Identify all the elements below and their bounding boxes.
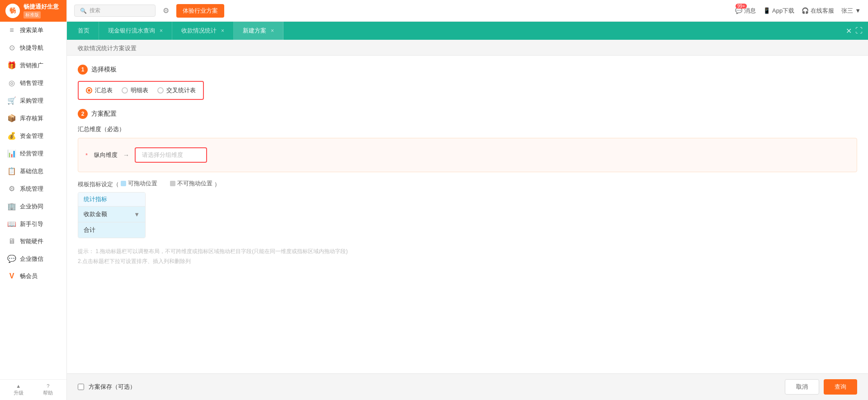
query-button[interactable]: 查询	[824, 379, 857, 395]
save-plan-checkbox[interactable]	[78, 384, 84, 390]
marketing-icon: 🎁	[7, 61, 16, 70]
sidebar-item-label: 销售管理	[20, 79, 43, 87]
help-btn[interactable]: ?帮助	[35, 383, 61, 396]
sidebar-item-label: 经营管理	[20, 150, 43, 158]
step1-title: 选择模板	[91, 66, 117, 74]
sidebar-item-finance[interactable]: 💰 资金管理	[0, 127, 66, 145]
topbar: 🔍 搜索 ⚙ 体验行业方案 💬 99+ 消息 📱 App下载 🎧 在线客服	[67, 0, 868, 22]
tab-new-plan-label: 新建方案	[243, 27, 266, 35]
radio-detail[interactable]: 明细表	[122, 86, 148, 94]
sidebar-item-label: 采购管理	[20, 97, 43, 105]
quick-nav-icon: ⊙	[7, 43, 16, 52]
sidebar-item-label: 新手引导	[20, 220, 43, 228]
step1-number: 1	[78, 65, 88, 75]
tab-new-plan[interactable]: 新建方案 ×	[234, 22, 283, 40]
sidebar-item-label: 企业微信	[20, 255, 43, 263]
sidebar-item-member[interactable]: V 畅会员	[0, 268, 66, 285]
tab-cash-query[interactable]: 现金银行流水查询 ×	[99, 22, 172, 40]
content-area: 收款情况统计方案设置 1 选择模板 汇总表	[67, 40, 868, 400]
sidebar-item-search-menu[interactable]: ≡ 搜索菜单	[0, 22, 66, 39]
tab-receipt-stats[interactable]: 收款情况统计 ×	[172, 22, 234, 40]
support-label: 在线客服	[811, 7, 834, 15]
sales-icon: ◎	[7, 79, 16, 87]
finance-icon: 💰	[7, 132, 16, 140]
member-icon: V	[7, 272, 16, 280]
tab-new-plan-close-icon[interactable]: ×	[271, 28, 274, 34]
enterprise-icon: 🏢	[7, 202, 16, 211]
sidebar-nav: ≡ 搜索菜单 ⊙ 快捷导航 🎁 营销推广 ◎ 销售管理 🛒 采购管理 📦 库存核…	[0, 22, 66, 379]
download-label: App下载	[772, 7, 794, 15]
user-chevron-icon: ▼	[855, 7, 861, 14]
radio-detail-btn[interactable]	[122, 87, 128, 94]
hardware-icon: 🖥	[7, 237, 16, 245]
user-item[interactable]: 张三 ▼	[841, 7, 861, 15]
sidebar-item-guide[interactable]: 📖 新手引导	[0, 215, 66, 233]
fixed-dot	[170, 181, 175, 186]
sidebar-item-marketing[interactable]: 🎁 营销推广	[0, 56, 66, 74]
sidebar-bottom: ▲升级 ?帮助	[0, 379, 66, 400]
radio-cross[interactable]: 交叉统计表	[157, 86, 196, 94]
sidebar-item-label: 系统管理	[20, 185, 43, 193]
metrics-cell-total-text: 合计	[84, 226, 95, 234]
save-plan-label: 方案保存（可选）	[89, 383, 136, 391]
tab-cash-query-close-icon[interactable]: ×	[160, 28, 163, 34]
trial-button[interactable]: 体验行业方案	[176, 4, 224, 18]
legend-movable: 可拖动位置	[121, 179, 157, 188]
sidebar-item-wechat[interactable]: 💬 企业微信	[0, 250, 66, 268]
metrics-table-header: 统计指标	[78, 193, 145, 207]
sidebar: 畅 畅捷通好生意 标准版 ≡ 搜索菜单 ⊙ 快捷导航 🎁 营销推广 ◎ 销售管理…	[0, 0, 67, 400]
sidebar-item-operation[interactable]: 📊 经营管理	[0, 145, 66, 162]
close-window-icon[interactable]: ✕	[846, 27, 852, 35]
tab-home[interactable]: 首页	[67, 22, 99, 40]
radio-summary-dot	[88, 89, 90, 92]
sidebar-item-system[interactable]: ⚙ 系统管理	[0, 180, 66, 198]
tab-home-label: 首页	[78, 27, 90, 35]
search-menu-icon: ≡	[7, 26, 16, 34]
dimension-row1: * 纵向维度 → 请选择分组维度	[85, 147, 849, 163]
sidebar-item-sales[interactable]: ◎ 销售管理	[0, 74, 66, 92]
required-mark: *	[85, 152, 88, 159]
metrics-cell-receipt-text: 收款金额	[84, 210, 107, 218]
settings-icon[interactable]: ⚙	[163, 6, 169, 15]
download-item[interactable]: 📱 App下载	[763, 7, 794, 15]
sidebar-item-label: 畅会员	[20, 272, 38, 280]
radio-summary-label: 汇总表	[95, 86, 113, 94]
sidebar-item-basic-info[interactable]: 📋 基础信息	[0, 162, 66, 180]
maximize-window-icon[interactable]: ⛶	[855, 27, 863, 35]
support-item[interactable]: 🎧 在线客服	[802, 7, 834, 15]
sidebar-item-label: 企业协同	[20, 202, 43, 211]
legend-fixed-label: 不可拖动位置	[177, 179, 212, 188]
radio-cross-btn[interactable]	[157, 87, 164, 94]
sidebar-item-hardware[interactable]: 🖥 智能硬件	[0, 233, 66, 250]
sidebar-item-purchase[interactable]: 🛒 采购管理	[0, 92, 66, 109]
operation-icon: 📊	[7, 149, 16, 158]
search-bar[interactable]: 🔍 搜索	[74, 5, 156, 17]
metrics-cell-receipt[interactable]: 收款金额 ▼	[78, 207, 145, 222]
sidebar-item-enterprise[interactable]: 🏢 企业协同	[0, 198, 66, 215]
message-item[interactable]: 💬 99+ 消息	[735, 7, 756, 15]
sidebar-item-inventory[interactable]: 📦 库存核算	[0, 109, 66, 127]
tab-receipt-stats-close-icon[interactable]: ×	[221, 28, 224, 34]
dimension-vertical-label: 纵向维度	[94, 151, 118, 159]
radio-summary-btn[interactable]	[86, 87, 92, 94]
radio-cross-label: 交叉统计表	[166, 86, 196, 94]
tab-receipt-stats-label: 收款情况统计	[181, 27, 217, 35]
form-container: 1 选择模板 汇总表 明细表	[67, 56, 868, 373]
search-icon: 🔍	[80, 8, 87, 14]
radio-detail-label: 明细表	[131, 86, 148, 94]
guide-icon: 📖	[7, 220, 16, 228]
sidebar-item-quick-nav[interactable]: ⊙ 快捷导航	[0, 39, 66, 56]
dropdown-chevron-icon[interactable]: ▼	[134, 211, 140, 218]
system-icon: ⚙	[7, 184, 16, 193]
step1-section: 1 选择模板 汇总表 明细表	[78, 65, 857, 100]
upgrade-btn[interactable]: ▲升级	[5, 383, 32, 396]
dimension-dropdown[interactable]: 请选择分组维度	[135, 147, 207, 163]
radio-summary[interactable]: 汇总表	[86, 86, 113, 94]
cancel-button[interactable]: 取消	[785, 379, 819, 395]
template-select-group: 汇总表 明细表 交叉统计表	[78, 81, 204, 100]
step2-title: 方案配置	[91, 110, 117, 118]
footer-buttons: 取消 查询	[785, 379, 857, 395]
logo-name: 畅捷通好生意	[24, 3, 59, 10]
inventory-icon: 📦	[7, 114, 16, 122]
tips-section: 提示： 1.拖动标题栏可以调整布局，不可跨维度或指标区域拖动栏目字段(只能在同一…	[78, 247, 857, 266]
